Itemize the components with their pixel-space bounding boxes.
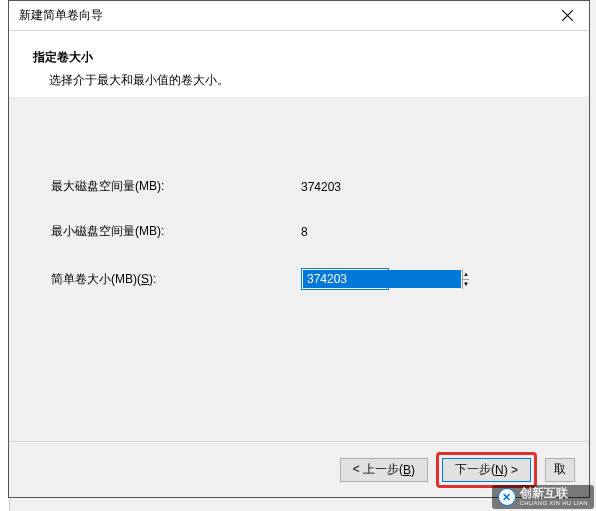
- min-disk-value: 8: [301, 225, 308, 239]
- watermark: ✕ 创新互联 CHUANG XIN HU LIAN: [492, 485, 594, 509]
- volume-size-label: 简单卷大小(MB)(S):: [51, 271, 301, 288]
- back-button[interactable]: < 上一步(B): [340, 458, 428, 482]
- next-prefix: 下一步(: [455, 461, 495, 478]
- watermark-line2: CHUANG XIN HU LIAN: [520, 500, 588, 507]
- max-disk-row: 最大磁盘空间量(MB): 374203: [51, 178, 547, 195]
- max-disk-label: 最大磁盘空间量(MB):: [51, 178, 301, 195]
- cancel-button[interactable]: 取: [545, 458, 575, 482]
- header-subtitle: 选择介于最大和最小值的卷大小。: [33, 72, 565, 89]
- spinner-buttons: ▲ ▼: [462, 269, 469, 289]
- content-area: 最大磁盘空间量(MB): 374203 最小磁盘空间量(MB): 8 简单卷大小…: [9, 97, 589, 441]
- volume-size-spinner: ▲ ▼: [301, 268, 389, 290]
- next-button-highlight: 下一步(N) >: [436, 452, 537, 488]
- wizard-header: 指定卷大小 选择介于最大和最小值的卷大小。: [9, 31, 589, 97]
- spinner-down-button[interactable]: ▼: [463, 280, 469, 290]
- size-label-prefix: 简单卷大小(MB)(: [51, 272, 141, 286]
- watermark-line1: 创新互联: [520, 487, 588, 500]
- max-disk-value: 374203: [301, 180, 341, 194]
- titlebar: 新建简单卷向导: [9, 1, 589, 31]
- min-disk-label: 最小磁盘空间量(MB):: [51, 223, 301, 240]
- volume-size-input[interactable]: [303, 270, 461, 288]
- cancel-label: 取: [554, 461, 566, 478]
- wizard-dialog: 新建简单卷向导 指定卷大小 选择介于最大和最小值的卷大小。 最大磁盘空间量(MB…: [8, 0, 590, 498]
- watermark-logo-icon: ✕: [498, 488, 516, 506]
- size-label-suffix: ):: [149, 272, 156, 286]
- back-prefix: < 上一步(: [353, 461, 403, 478]
- next-suffix: ) >: [504, 463, 518, 477]
- next-button[interactable]: 下一步(N) >: [442, 458, 531, 482]
- size-label-hotkey: S: [141, 272, 149, 286]
- dialog-title: 新建简单卷向导: [19, 7, 103, 24]
- next-hotkey: N: [495, 463, 504, 477]
- close-icon: [562, 10, 573, 21]
- header-title: 指定卷大小: [33, 49, 565, 66]
- volume-size-row: 简单卷大小(MB)(S): ▲ ▼: [51, 268, 547, 290]
- min-disk-row: 最小磁盘空间量(MB): 8: [51, 223, 547, 240]
- close-button[interactable]: [545, 1, 589, 30]
- back-hotkey: B: [403, 463, 411, 477]
- watermark-text: 创新互联 CHUANG XIN HU LIAN: [520, 487, 588, 507]
- back-suffix: ): [411, 463, 415, 477]
- spinner-up-button[interactable]: ▲: [463, 269, 469, 280]
